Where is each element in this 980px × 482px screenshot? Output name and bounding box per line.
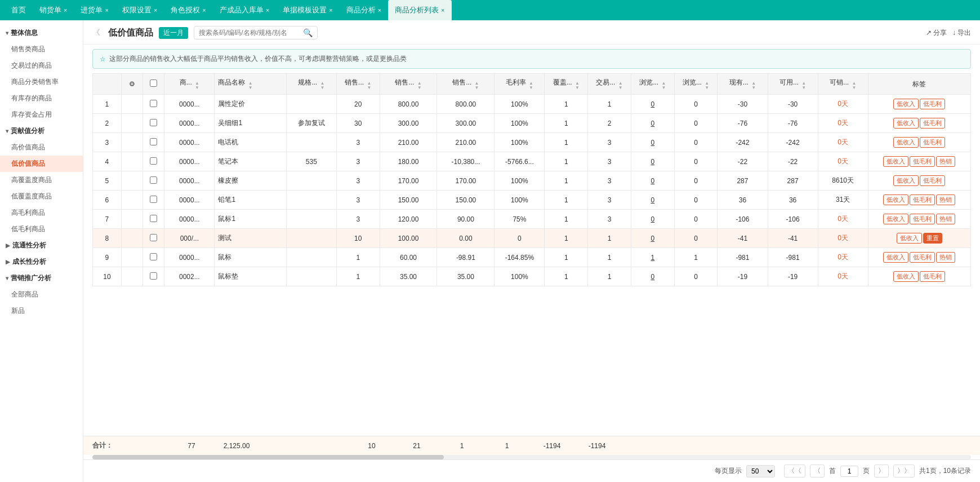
row-select[interactable]	[150, 138, 157, 145]
gear-icon[interactable]: ⚙	[129, 80, 135, 88]
nav-permission[interactable]: 权限设置 ×	[115, 0, 164, 20]
nav-purchase-close[interactable]: ×	[105, 7, 108, 14]
sidebar-item-low-coverage[interactable]: 低覆盖度商品	[0, 188, 83, 205]
sidebar-item-high-profit[interactable]: 高毛利商品	[0, 205, 83, 221]
row-select[interactable]	[150, 157, 157, 165]
row-code: 0000...	[164, 171, 215, 191]
row-checkbox	[143, 114, 164, 133]
sidebar-item-all-goods[interactable]: 全部商品	[0, 286, 83, 303]
nav-analysis-close[interactable]: ×	[378, 7, 381, 14]
row-select[interactable]	[150, 119, 157, 126]
next-page-btn[interactable]: 〉	[874, 465, 889, 477]
nav-analysis-list[interactable]: 商品分析列表 ×	[388, 0, 451, 20]
sidebar-item-new-goods[interactable]: 新品	[0, 303, 83, 319]
table-row: 1 0000... 属性定价 20 800.00 800.00 100% 1 1…	[93, 95, 971, 114]
nav-home[interactable]: 首页	[5, 0, 33, 20]
section-growth[interactable]: ▶ 成长性分析	[0, 254, 83, 270]
nav-analysis[interactable]: 商品分析 ×	[340, 0, 388, 20]
share-btn[interactable]: ↗ 分享	[926, 28, 947, 38]
prev-page-btn[interactable]: 〈	[810, 465, 825, 477]
nav-inventory[interactable]: 产成品入库单 ×	[213, 0, 276, 20]
select-all-checkbox[interactable]	[150, 79, 157, 87]
nav-template[interactable]: 单据模板设置 ×	[276, 0, 339, 20]
row-browse2: 0	[674, 114, 718, 133]
row-select[interactable]	[150, 253, 157, 260]
row-qty: 10	[336, 229, 380, 248]
first-page-btn[interactable]: 〈〈	[784, 465, 805, 477]
section-marketing[interactable]: ▾ 营销推广分析	[0, 270, 83, 286]
sidebar-item-sales-goods[interactable]: 销售类商品	[0, 41, 83, 58]
table-footer: 合计： 77 2,125.00 10 21 1 1 -1194 -1194	[83, 436, 980, 455]
nav-sales[interactable]: 销货单 ×	[33, 0, 74, 20]
col-header-avail: 可用... ▲▼	[768, 74, 818, 95]
row-select[interactable]	[150, 176, 157, 184]
col-header-rate: 毛利率 ▲▼	[495, 74, 545, 95]
row-num: 4	[93, 152, 122, 171]
row-rate: -164.85%	[495, 248, 545, 267]
nav-role-close[interactable]: ×	[202, 7, 206, 14]
row-flag	[121, 152, 142, 171]
section-liquidity[interactable]: ▶ 流通性分析	[0, 237, 83, 254]
sidebar-item-low-value[interactable]: 低价值商品	[0, 156, 83, 172]
browse1-link[interactable]: 0	[651, 196, 654, 204]
row-sale2: 90.00	[437, 210, 495, 229]
notice-icon: ☆	[100, 55, 106, 63]
sidebar-item-capital[interactable]: 库存资金占用	[0, 107, 83, 123]
row-code: 0002...	[164, 267, 215, 286]
per-page-select[interactable]: 50 20 100	[746, 465, 775, 477]
tag-label: 低收入	[893, 271, 919, 282]
browse1-link[interactable]: 0	[651, 235, 654, 242]
arrow-contribution: ▾	[6, 128, 8, 134]
sidebar-item-high-value[interactable]: 高价值商品	[0, 139, 83, 156]
footer-curr: -1194	[529, 442, 574, 450]
sidebar-item-high-coverage[interactable]: 高覆盖度商品	[0, 172, 83, 188]
row-select[interactable]	[150, 234, 157, 241]
search-input[interactable]	[199, 29, 303, 37]
row-select[interactable]	[150, 196, 157, 203]
row-sellable: 0天	[818, 248, 868, 267]
footer-sale2	[259, 442, 304, 450]
row-qty: 3	[336, 171, 380, 191]
row-name: 测试	[215, 229, 286, 248]
export-btn[interactable]: ↓ 导出	[952, 28, 971, 38]
nav-inventory-close[interactable]: ×	[266, 7, 269, 14]
row-select[interactable]	[150, 215, 157, 222]
row-select[interactable]	[150, 100, 157, 107]
sidebar-collapse-btn[interactable]: 《	[92, 28, 100, 38]
nav-sales-close[interactable]: ×	[64, 7, 67, 14]
nav-permission-close[interactable]: ×	[154, 7, 157, 14]
section-contribution[interactable]: ▾ 贡献值分析	[0, 123, 83, 139]
sidebar-item-inventory[interactable]: 有库存的商品	[0, 90, 83, 107]
browse1-link[interactable]: 0	[651, 273, 654, 281]
row-browse2: 0	[674, 95, 718, 114]
last-page-btn[interactable]: 〉〉	[893, 465, 915, 477]
row-spec	[286, 191, 336, 210]
browse1-link[interactable]: 0	[651, 139, 654, 147]
nav-analysis-list-close[interactable]: ×	[441, 7, 444, 14]
sidebar-item-low-profit[interactable]: 低毛利商品	[0, 221, 83, 237]
nav-template-close[interactable]: ×	[329, 7, 332, 14]
tag-label: 热销	[936, 156, 955, 167]
nav-purchase[interactable]: 进货单 ×	[74, 0, 115, 20]
browse1-link[interactable]: 0	[651, 120, 654, 127]
page-number-input[interactable]	[840, 466, 858, 477]
browse1-link[interactable]: 1	[651, 254, 654, 262]
browse1-link[interactable]: 0	[651, 100, 654, 108]
scrollbar-thumb	[92, 455, 444, 459]
row-avail: 36	[768, 191, 818, 210]
sidebar-item-category-rate[interactable]: 商品分类销售率	[0, 74, 83, 90]
browse1-link[interactable]: 0	[651, 158, 654, 166]
col-header-qty: 销售... ▲▼	[336, 74, 380, 95]
row-rate: 100%	[495, 191, 545, 210]
search-icon[interactable]: 🔍	[303, 28, 313, 37]
col-header-num	[93, 74, 122, 95]
browse1-link[interactable]: 0	[651, 215, 654, 223]
table-row: 8 000/... 测试 10 100.00 0.00 0 1 1 0 0 -4…	[93, 229, 971, 248]
section-overall[interactable]: ▾ 整体信息	[0, 25, 83, 41]
row-select[interactable]	[150, 272, 157, 280]
sidebar-item-traded[interactable]: 交易过的商品	[0, 58, 83, 74]
row-checkbox	[143, 229, 164, 248]
browse1-link[interactable]: 0	[651, 177, 654, 185]
filter-tag-month[interactable]: 近一月	[159, 27, 188, 39]
nav-role[interactable]: 角色授权 ×	[164, 0, 212, 20]
